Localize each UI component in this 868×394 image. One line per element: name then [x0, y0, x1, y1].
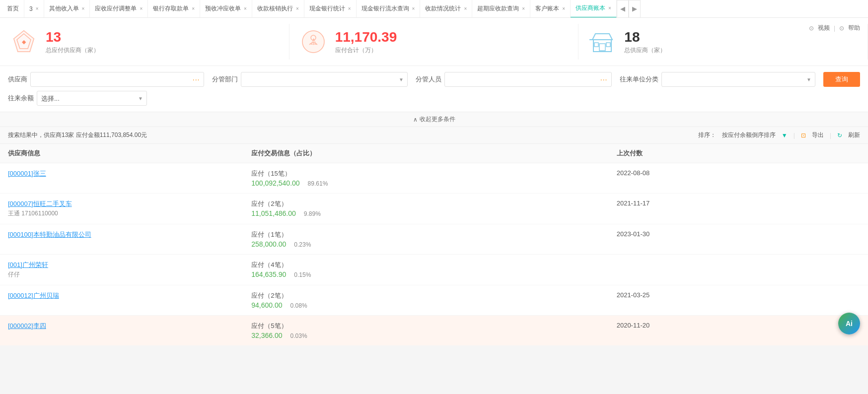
nav-tab-cash-bank-flow[interactable]: 现金银行流水查询 ×	[357, 0, 421, 18]
supplier-cell-4: [000012]广州贝瑞	[8, 291, 251, 300]
chevron-down-icon-sort[interactable]: ▼	[782, 132, 788, 139]
filter-dept: 分管部门 ▼	[212, 72, 408, 87]
stat-ap-suppliers-num: 13	[46, 29, 269, 46]
filter-area: 供应商 ··· 分管部门 ▼ 分管人员 ···	[0, 66, 868, 112]
tx-title-0: 应付（15笔）	[251, 169, 616, 178]
supplier-link-1[interactable]: [000007]恒旺二手叉车	[8, 199, 251, 208]
nav-arrow-left[interactable]: ◀	[617, 0, 629, 18]
supplier-link-5[interactable]: [000002]李四	[8, 322, 251, 330]
close-icon[interactable]: ×	[244, 6, 247, 11]
col-header-transaction: 应付交易信息（占比）	[251, 149, 616, 158]
nav-tab-3-label: 3	[29, 5, 33, 12]
supplier-link-4[interactable]: [000012]广州贝瑞	[8, 291, 251, 300]
close-icon[interactable]: ×	[36, 6, 39, 11]
balance-select[interactable]: 选择...	[37, 91, 147, 106]
tx-amount-4[interactable]: 94,600.00	[251, 301, 282, 309]
nav-tab-bank-deposit[interactable]: 银行存取款单 ×	[148, 0, 200, 18]
tx-row-5: 32,366.00 0.03%	[251, 331, 616, 339]
result-actions: 排序： 按应付余额倒序排序 ▼ | ⊡ 导出 | ↻ 刷新	[698, 131, 860, 139]
refresh-button[interactable]: 刷新	[848, 131, 860, 139]
tx-percent-3: 0.15%	[294, 271, 311, 278]
supplier-link-0[interactable]: [000001]张三	[8, 169, 251, 178]
close-icon[interactable]: ×	[140, 6, 143, 11]
nav-tab-other-income[interactable]: 其他收入单 ×	[44, 0, 90, 18]
refresh-icon: ↻	[837, 132, 842, 139]
tx-title-4: 应付（2笔）	[251, 291, 616, 300]
stat-total-suppliers-label: 总供应商（家）	[624, 46, 848, 55]
nav-tab-home[interactable]: 首页	[2, 0, 24, 18]
collapse-bar[interactable]: ∧ 收起更多条件	[0, 112, 868, 127]
divider2: |	[830, 132, 831, 139]
close-icon[interactable]: ×	[464, 6, 467, 11]
nav-tab-receipt-stat-label: 收款情况统计	[425, 4, 461, 13]
nav-tab-receipt-verify[interactable]: 收款核销执行 ×	[252, 0, 304, 18]
grain-icon: ⍋	[299, 28, 327, 56]
sort-value[interactable]: 按应付余额倒序排序	[722, 131, 776, 139]
tx-amount-2[interactable]: 258,000.00	[251, 240, 286, 248]
table-header: 供应商信息 应付交易信息（占比） 上次付数	[0, 144, 868, 163]
close-icon[interactable]: ×	[412, 6, 415, 11]
nav-tab-receipt-verify-label: 收款核销执行	[257, 4, 293, 13]
supplier-cell-3: [001]广州荣轩 仔仔	[8, 261, 251, 279]
tx-row-1: 11,051,486.00 9.89%	[251, 209, 616, 217]
transaction-cell-1: 应付（2笔） 11,051,486.00 9.89%	[251, 199, 616, 217]
export-icon: ⊡	[801, 132, 806, 139]
top-nav: 首页 3 × 其他收入单 × 应收应付调整单 × 银行存取款单 × 预收冲应收单…	[0, 0, 868, 18]
last-pay-2: 2023-01-30	[617, 230, 650, 238]
last-pay-cell-4: 2021-03-25	[617, 291, 860, 299]
video-link[interactable]: 视频	[818, 24, 830, 32]
diamond-icon: ◆	[10, 28, 38, 56]
nav-tab-supplier-ledger-label: 供应商账本	[576, 4, 605, 12]
col-header-last-pay: 上次付数	[617, 149, 860, 158]
close-icon[interactable]: ×	[296, 6, 299, 11]
close-icon[interactable]: ×	[522, 6, 525, 11]
ai-button[interactable]: Ai	[838, 313, 860, 334]
close-icon[interactable]: ×	[562, 6, 565, 11]
ai-label: Ai	[846, 320, 853, 328]
close-icon[interactable]: ×	[82, 6, 85, 11]
last-pay-1: 2021-11-17	[617, 199, 650, 207]
close-icon[interactable]: ×	[192, 6, 195, 11]
tx-amount-1[interactable]: 11,051,486.00	[251, 209, 296, 217]
tx-title-1: 应付（2笔）	[251, 199, 616, 208]
help-link[interactable]: 帮助	[848, 24, 860, 32]
search-button[interactable]: 查询	[823, 72, 860, 87]
nav-tab-ar-ap-adjust[interactable]: 应收应付调整单 ×	[90, 0, 148, 18]
close-icon[interactable]: ×	[348, 6, 351, 11]
circle-icon: ⊙	[809, 25, 814, 32]
export-button[interactable]: 导出	[812, 131, 824, 139]
category-select[interactable]	[661, 72, 816, 87]
nav-tab-prepay-ar-label: 预收冲应收单	[205, 4, 241, 13]
nav-tab-prepay-ar[interactable]: 预收冲应收单 ×	[200, 0, 252, 18]
tx-amount-5[interactable]: 32,366.00	[251, 331, 282, 339]
supplier-link-2[interactable]: [000100]本特勤油品有限公司	[8, 230, 251, 239]
stat-ap-total-info: 11,170.39 应付合计（万）	[335, 29, 559, 55]
filter-supplier: 供应商 ···	[8, 72, 204, 87]
nav-tab-other-income-label: 其他收入单	[49, 4, 79, 13]
nav-tab-home-label: 首页	[7, 4, 19, 13]
circle-icon-2: ⊙	[839, 25, 844, 32]
nav-tab-overdue-ar[interactable]: 超期应收款查询 ×	[472, 0, 530, 18]
close-icon[interactable]: ×	[608, 5, 611, 11]
table-row: [000007]恒旺二手叉车 王通 17106110000 应付（2笔） 11,…	[0, 194, 868, 224]
stat-card-ap-suppliers: ◆ 13 总应付供应商（家）	[0, 24, 289, 60]
person-input[interactable]	[444, 72, 612, 87]
nav-tab-cash-bank-stat[interactable]: 现金银行统计 ×	[304, 0, 357, 18]
tx-percent-4: 0.08%	[290, 302, 307, 309]
nav-tab-supplier-ledger[interactable]: 供应商账本 ×	[571, 0, 617, 18]
nav-tab-customer-ledger[interactable]: 客户账本 ×	[530, 0, 571, 18]
nav-tab-receipt-stat[interactable]: 收款情况统计 ×	[420, 0, 472, 18]
nav-tab-3[interactable]: 3 ×	[24, 0, 44, 18]
last-pay-4: 2021-03-25	[617, 291, 650, 299]
stat-ap-suppliers-label: 总应付供应商（家）	[46, 46, 269, 55]
result-summary: 搜索结果中，供应商13家 应付金额111,703,854.00元	[8, 131, 147, 139]
transaction-cell-3: 应付（4笔） 164,635.90 0.15%	[251, 261, 616, 278]
tx-row-0: 100,092,540.00 89.61%	[251, 179, 616, 187]
nav-arrow-right[interactable]: ▶	[629, 0, 641, 18]
tx-amount-3[interactable]: 164,635.90	[251, 270, 286, 278]
tx-amount-0[interactable]: 100,092,540.00	[251, 179, 299, 187]
supplier-input[interactable]	[30, 72, 204, 87]
supplier-link-3[interactable]: [001]广州荣轩	[8, 261, 251, 269]
collapse-label: 收起更多条件	[420, 115, 455, 124]
dept-select[interactable]	[241, 72, 408, 87]
